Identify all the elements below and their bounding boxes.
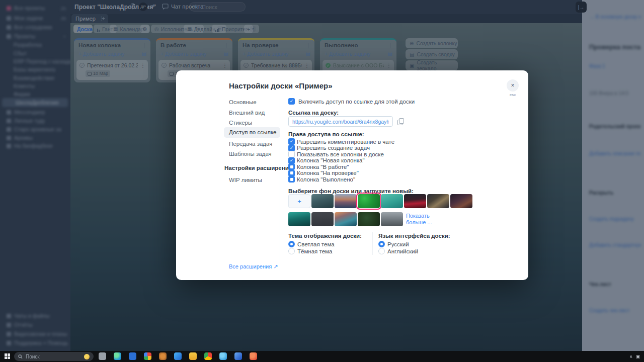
board-settings-modal: Настройки доски «Пример» × esc Основные … — [176, 70, 528, 280]
background-thumb[interactable] — [288, 212, 310, 226]
taskbar-app-blue[interactable] — [129, 352, 136, 360]
language-label: Язык интерфейса доски: — [378, 233, 450, 239]
allow-create-tasks-checkbox[interactable]: ✓ — [288, 145, 295, 151]
tray-chevron-icon: ∧ — [629, 354, 633, 359]
taskbar-app-orange[interactable] — [159, 352, 167, 360]
start-button[interactable] — [5, 353, 10, 359]
show-all-columns-checkbox[interactable] — [288, 151, 295, 157]
system-tray[interactable]: ∧▣ — [629, 354, 640, 359]
taskbar-app-red[interactable] — [250, 352, 257, 360]
board-link-input[interactable] — [288, 116, 393, 127]
taskbar-app-word[interactable] — [234, 352, 242, 360]
os-taskbar: Поиск ∧▣ — [0, 351, 644, 362]
background-thumb[interactable] — [311, 194, 334, 208]
taskbar-app-store[interactable] — [144, 352, 151, 360]
weather-icon — [84, 354, 90, 359]
link-label: Ссылка на доску: — [288, 110, 339, 116]
taskbar-app-mail[interactable] — [174, 352, 182, 360]
column-new-checkbox[interactable]: ✓ — [288, 157, 295, 164]
app-screen: Все проекты25 Мои задачи48 Все сотрудник… — [0, 0, 644, 362]
modal-title: Настройки доски «Пример» — [229, 81, 332, 90]
esc-hint: esc — [507, 93, 519, 97]
background-thumb[interactable] — [381, 194, 403, 208]
theme-label: Тема отображения доски: — [288, 233, 362, 239]
background-label: Выберите фон доски или загрузите новый: — [288, 188, 414, 194]
background-thumb[interactable] — [427, 194, 449, 208]
menu-item-task-transfer[interactable]: Передача задач — [229, 141, 272, 147]
background-thumb[interactable] — [381, 212, 403, 226]
taskbar-app-skype[interactable] — [219, 352, 227, 360]
search-icon — [18, 354, 23, 359]
background-thumb[interactable] — [311, 212, 334, 226]
column-done-checkbox[interactable] — [288, 176, 295, 183]
close-icon[interactable]: × — [507, 79, 519, 92]
taskbar-app-widgets[interactable] — [99, 352, 106, 360]
dark-theme-radio[interactable] — [288, 248, 295, 254]
menu-item-task-templates[interactable]: Шаблоны задач — [229, 151, 272, 157]
background-row-2 — [288, 212, 403, 226]
upload-background-tile[interactable]: + — [288, 194, 310, 208]
background-thumb[interactable] — [335, 212, 357, 226]
all-extensions-link[interactable]: Все расширения ↗ — [229, 263, 278, 270]
background-thumb[interactable] — [358, 212, 380, 226]
taskbar-app-folder[interactable] — [189, 352, 197, 360]
russian-radio[interactable] — [378, 241, 385, 247]
light-theme-radio[interactable] — [288, 241, 295, 247]
taskbar-search[interactable]: Поиск — [14, 352, 94, 361]
rights-label: Права доступа по ссылке: — [288, 131, 364, 137]
taskbar-app-chrome[interactable] — [204, 352, 212, 360]
background-thumb[interactable] — [450, 194, 472, 208]
background-thumb-selected[interactable] — [358, 194, 380, 208]
background-thumb[interactable] — [404, 194, 426, 208]
copy-link-icon[interactable] — [397, 118, 404, 125]
menu-item-link-access[interactable]: Доступ по ссылке — [229, 129, 276, 135]
background-row-1: + — [288, 194, 472, 208]
tray-icon: ▣ — [635, 354, 640, 359]
allow-comments-checkbox[interactable]: ✓ — [288, 138, 295, 145]
theme-lang-divider — [372, 232, 373, 255]
menu-item-general[interactable]: Основные — [229, 99, 257, 105]
menu-divider — [280, 97, 280, 272]
column-review-checkbox[interactable] — [288, 170, 295, 176]
english-radio[interactable] — [378, 248, 385, 254]
column-inprogress-checkbox[interactable] — [288, 163, 295, 170]
enable-link-checkbox[interactable]: ✓ — [288, 98, 295, 105]
menu-item-wip-limits[interactable]: WIP лимиты — [229, 177, 262, 183]
menu-item-stickers[interactable]: Стикеры — [229, 120, 252, 126]
menu-item-appearance[interactable]: Внешний вид — [229, 110, 265, 116]
menu-section-extensions: Настройки расширений — [224, 165, 292, 171]
taskbar-app-browser[interactable] — [114, 352, 121, 360]
background-thumb[interactable] — [335, 194, 357, 208]
show-more-link[interactable]: Показать больше ... — [406, 213, 432, 226]
